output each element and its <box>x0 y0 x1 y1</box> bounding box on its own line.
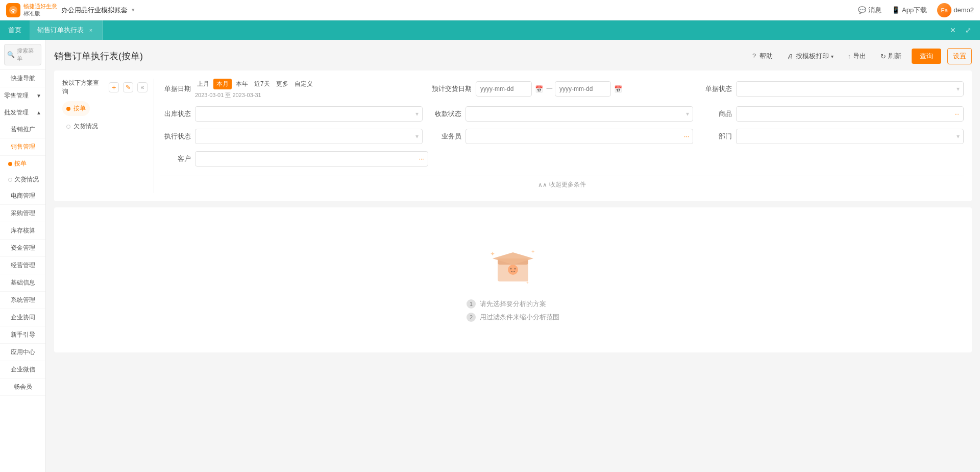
expected-date-start-input[interactable] <box>476 81 532 97</box>
date-tab-more[interactable]: 更多 <box>274 79 290 89</box>
sidebar-item-sales-mgmt[interactable]: 销售管理 <box>0 138 45 156</box>
exec-status-wrap: ▾ <box>195 129 423 144</box>
bill-date-hint: 2023-03-01 至 2023-03-31 <box>195 91 423 99</box>
active-dot-icon <box>8 162 12 166</box>
customer-wrap: ··· <box>195 151 428 167</box>
tab-close-icon[interactable]: × <box>87 26 95 34</box>
empty-tips: 1 请先选择要分析的方案 2 用过滤条件来缩小分析范围 <box>467 299 559 322</box>
sidebar-item-enterprise-wechat[interactable]: 企业微信 <box>0 361 45 379</box>
sidebar-item-enterprise-collab[interactable]: 企业协同 <box>0 309 45 326</box>
customer-input[interactable] <box>195 151 428 167</box>
user-avatar: Ea <box>937 3 951 17</box>
sidebar-item-finance-mgmt[interactable]: 资金管理 <box>0 240 45 257</box>
date-tabs: 上月 本月 本年 近7天 更多 自定义 <box>195 79 421 89</box>
sidebar-item-wholesale-mgmt[interactable]: 批发管理 ▲ <box>0 104 45 121</box>
date-tab-this-month[interactable]: 本月 <box>213 79 232 89</box>
circle-icon <box>8 178 12 182</box>
date-tab-7days[interactable]: 近7天 <box>252 79 272 89</box>
product-input[interactable] <box>736 106 964 122</box>
page-content: 销售订单执行表(按单) ？ 帮助 🖨 按模板打印 ▾ ↑ 导出 <box>46 40 980 472</box>
expected-date-end-input[interactable] <box>555 81 611 97</box>
filter-header-label: 按以下方案查询 <box>62 79 105 96</box>
product-wrap: ··· <box>736 106 964 122</box>
sidebar-item-ops-mgmt[interactable]: 经营管理 <box>0 257 45 274</box>
collapse-btn[interactable]: ∧∧ 收起更多条件 <box>532 178 592 191</box>
solution-label: 欠货情况 <box>74 122 98 131</box>
empty-tip-1: 1 请先选择要分析的方案 <box>467 299 559 309</box>
tab-active[interactable]: 销售订单执行表 × <box>30 20 103 40</box>
sidebar-item-basic-info[interactable]: 基础信息 <box>0 274 45 292</box>
sidebar-sub-item-press-order[interactable]: 按单 <box>0 156 45 172</box>
collapse-filter-button[interactable]: « <box>137 82 148 92</box>
svg-point-0 <box>9 6 17 14</box>
user-action[interactable]: Ea demo2 <box>937 3 974 17</box>
filter-panel: 按以下方案查询 + ✎ « 按单 欠货情况 <box>54 70 972 201</box>
search-icon: 🔍 <box>7 51 15 58</box>
sidebar-item-label: 系统管理 <box>11 296 35 304</box>
chevron-down-icon: ▾ <box>415 110 419 117</box>
expected-date-wrap: 📅 一 📅 <box>476 81 693 97</box>
payment-status-wrap: ▾ <box>465 106 693 122</box>
dept-label: 部门 <box>701 132 732 141</box>
template-print-button[interactable]: 🖨 按模板打印 ▾ <box>783 50 838 63</box>
sidebar-item-inventory-check[interactable]: 库存核算 <box>0 222 45 240</box>
bill-status-wrap: ▾ <box>736 81 964 97</box>
refresh-button[interactable]: ↻ 刷新 <box>876 50 905 63</box>
query-button[interactable]: 查询 <box>912 49 941 64</box>
date-tab-custom[interactable]: 自定义 <box>292 79 315 89</box>
stock-status-select[interactable] <box>195 106 423 122</box>
sidebar-item-member[interactable]: 畅会员 <box>0 379 45 396</box>
tab-close-all-icon[interactable]: ✕ <box>947 25 959 36</box>
more-icon[interactable]: ··· <box>419 155 424 162</box>
sidebar-search-btn[interactable]: 🔍 搜索菜单 <box>4 44 41 65</box>
message-action[interactable]: 💬 消息 <box>858 6 881 15</box>
sidebar-item-retail-mgmt[interactable]: 零售管理 ▼ <box>0 87 45 104</box>
refresh-label: 刷新 <box>888 52 901 61</box>
filter-row-2: 出库状态 ▾ 收款状态 <box>160 106 964 122</box>
solution-item-debt-status[interactable]: 欠货情况 <box>62 119 148 134</box>
chevron-down-icon: ▼ <box>36 93 41 99</box>
bill-status-select[interactable] <box>736 81 964 97</box>
customer-label: 客户 <box>160 154 191 163</box>
export-icon: ↑ <box>848 53 851 60</box>
help-button[interactable]: ？ 帮助 <box>747 50 777 63</box>
more-icon[interactable]: ··· <box>954 110 960 117</box>
sidebar-item-new-guide[interactable]: 新手引导 <box>0 326 45 344</box>
bill-date-field: 单据日期 上月 本月 本年 近7天 更多 自定义 <box>160 79 423 99</box>
solution-label: 按单 <box>74 104 86 113</box>
date-tab-last-month[interactable]: 上月 <box>195 79 211 89</box>
product-label: 商品 <box>701 109 732 119</box>
product-field: 商品 ··· <box>701 106 964 122</box>
more-icon[interactable]: ··· <box>684 133 689 140</box>
stock-status-field: 出库状态 ▾ <box>160 106 423 122</box>
payment-status-select[interactable] <box>465 106 693 122</box>
dept-select[interactable] <box>736 129 964 144</box>
solution-item-press-order[interactable]: 按单 <box>62 101 90 116</box>
exec-status-select[interactable] <box>195 129 423 144</box>
page-title: 销售订单执行表(按单) <box>54 50 143 62</box>
tab-home[interactable]: 首页 <box>0 20 30 40</box>
app-download-action[interactable]: 📱 App下载 <box>892 6 927 15</box>
sidebar-item-purchase-mgmt[interactable]: 采购管理 <box>0 205 45 222</box>
tab-expand-icon[interactable]: ⤢ <box>963 25 974 36</box>
sidebar-item-sys-mgmt[interactable]: 系统管理 <box>0 292 45 309</box>
edit-solution-button[interactable]: ✎ <box>123 82 133 92</box>
sidebar-sub-item-debt-status[interactable]: 欠货情况 <box>0 172 45 187</box>
sidebar-item-app-center[interactable]: 应用中心 <box>0 344 45 361</box>
settings-button[interactable]: 设置 <box>947 48 972 64</box>
add-solution-button[interactable]: + <box>109 82 119 92</box>
date-tab-this-year[interactable]: 本年 <box>234 79 250 89</box>
header-dropdown-icon[interactable]: ▾ <box>132 7 135 13</box>
sidebar-item-marketing[interactable]: 营销推广 <box>0 121 45 138</box>
salesperson-input[interactable] <box>465 129 693 144</box>
sidebar-sub-item-label: 按单 <box>14 159 27 168</box>
sidebar-item-quick-nav[interactable]: 快捷导航 <box>0 70 45 87</box>
chevron-down-icon: ▾ <box>957 85 960 92</box>
bill-status-label: 单据状态 <box>701 84 732 93</box>
empty-state: ✦ ✦ ✦ 1 请先选择要分析的方案 2 用过滤条件来缩小分析范围 <box>54 207 972 352</box>
filter-left: 按以下方案查询 + ✎ « 按单 欠货情况 <box>62 79 154 193</box>
sidebar-item-label: 采购管理 <box>11 209 35 218</box>
app-download-icon: 📱 <box>892 6 900 14</box>
sidebar-item-ecommerce-mgmt[interactable]: 电商管理 <box>0 187 45 205</box>
export-button[interactable]: ↑ 导出 <box>844 50 871 63</box>
